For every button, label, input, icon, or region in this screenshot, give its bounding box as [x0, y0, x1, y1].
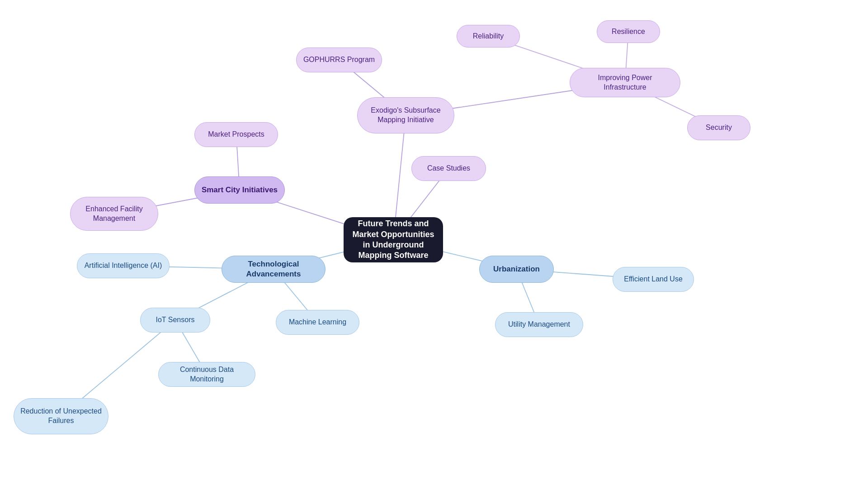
node-utility-management[interactable]: Utility Management: [495, 312, 583, 337]
mind-map: Future Trends and Market Opportunities i…: [0, 0, 868, 490]
node-gophurrs[interactable]: GOPHURRS Program: [296, 48, 382, 72]
node-iot-sensors[interactable]: IoT Sensors: [140, 308, 210, 333]
node-smart-city[interactable]: Smart City Initiatives: [194, 176, 285, 204]
node-exodigo[interactable]: Exodigo's Subsurface Mapping Initiative: [357, 97, 454, 133]
node-reduction-failures[interactable]: Reduction of Unexpected Failures: [14, 398, 108, 434]
node-enhanced-facility[interactable]: Enhanced Facility Management: [70, 197, 158, 231]
node-market-prospects[interactable]: Market Prospects: [194, 122, 278, 147]
node-improving-power[interactable]: Improving Power Infrastructure: [570, 68, 680, 97]
node-security[interactable]: Security: [687, 115, 750, 140]
node-urbanization[interactable]: Urbanization: [479, 256, 554, 283]
center-node[interactable]: Future Trends and Market Opportunities i…: [344, 217, 443, 262]
node-machine-learning[interactable]: Machine Learning: [276, 310, 359, 335]
node-case-studies[interactable]: Case Studies: [411, 156, 486, 181]
node-ai[interactable]: Artificial Intelligence (AI): [77, 253, 170, 278]
node-continuous-monitoring[interactable]: Continuous Data Monitoring: [158, 362, 255, 387]
node-tech-advancements[interactable]: Technological Advancements: [222, 256, 326, 283]
node-reliability[interactable]: Reliability: [457, 25, 520, 48]
node-resilience[interactable]: Resilience: [597, 20, 660, 43]
node-efficient-land[interactable]: Efficient Land Use: [613, 267, 694, 292]
